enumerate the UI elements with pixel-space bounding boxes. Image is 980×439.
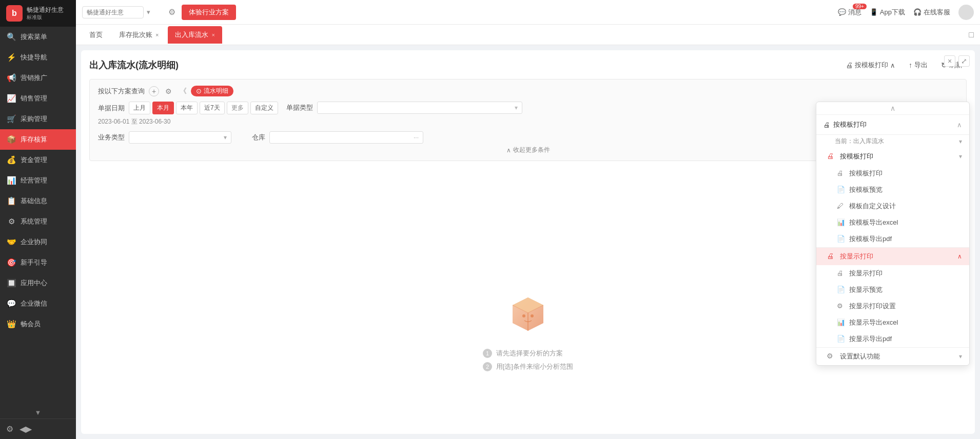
sidebar-item-purchase[interactable]: 🛒 采购管理 — [0, 109, 76, 129]
template-export-excel-item[interactable]: 📊 按模板导出excel — [816, 214, 969, 231]
template-print-section-toggle[interactable]: ▾ — [959, 153, 962, 160]
topbar-messages[interactable]: 💬 消息 99+ — [838, 8, 861, 17]
dropdown-section-template-print: 🖨 按模板打印 ▾ 🖨 按模板打印 📄 按模板预览 🖊 模板自定义设 — [816, 148, 969, 248]
date-btn-7days[interactable]: 近7天 — [200, 102, 225, 114]
tab-home[interactable]: 首页 — [82, 26, 110, 44]
date-btn-this-month[interactable]: 本月 — [152, 102, 174, 114]
sidebar-item-vip[interactable]: 👑 畅会员 — [0, 314, 76, 334]
display-print-section-header[interactable]: 🖨 按显示打印 ∧ — [816, 248, 969, 265]
sidebar-item-basic[interactable]: 📋 基础信息 — [0, 191, 76, 211]
operations-icon: 📊 — [6, 175, 16, 186]
date-btn-more[interactable]: 更多 — [227, 102, 248, 114]
logo-icon: b — [6, 5, 23, 22]
date-range: 2023-06-01 至 2023-06-30 — [98, 117, 278, 126]
tab-batch-account-close[interactable]: × — [155, 32, 159, 38]
tabs-expand-icon[interactable]: □ — [969, 30, 974, 39]
main-area: ▾ ⚙ 体验行业方案 💬 消息 99+ 📱 App下载 🎧 在线客服 — [76, 0, 980, 439]
tabs-bar: 首页 库存批次账 × 出入库流水 × □ — [76, 25, 980, 45]
quick-nav-icon: ⚡ — [6, 52, 16, 63]
dropdown-collapse-arrow[interactable]: ∧ — [957, 121, 962, 129]
sidebar-item-wechat[interactable]: 💬 企业微信 — [0, 293, 76, 314]
business-type-group: 业务类型 ▾ — [98, 131, 231, 144]
template-customize-item[interactable]: 🖊 模板自定义设计 — [816, 198, 969, 214]
dropdown-settings-item[interactable]: ⚙ 设置默认功能 ▾ — [816, 348, 969, 365]
sidebar-item-system[interactable]: ⚙ 系统管理 — [0, 211, 76, 232]
display-print-item[interactable]: 🖨 按显示打印 — [816, 265, 969, 282]
dropdown-current-template[interactable]: 当前：出入库流水 ▾ — [816, 135, 969, 148]
filter-collapse-button[interactable]: 《 — [180, 87, 187, 96]
display-print-settings-item[interactable]: ⚙ 按显示打印设置 — [816, 298, 969, 314]
tab-flow-detail-close[interactable]: × — [211, 32, 214, 38]
dropdown-title: 🖨 按模板打印 — [824, 120, 867, 129]
topbar-avatar[interactable] — [958, 5, 974, 20]
collapse-more-button[interactable]: ∧ 收起更多条件 — [506, 146, 550, 154]
tip1-number: 1 — [483, 349, 492, 358]
display-print-settings-icon: ⚙ — [837, 302, 845, 310]
footer-settings-icon[interactable]: ⚙ — [6, 424, 13, 434]
enterprise-icon: 🤝 — [6, 237, 16, 247]
template-print-section-header[interactable]: 🖨 按模板打印 ▾ — [816, 148, 969, 165]
inventory-icon: 📦 — [6, 134, 16, 145]
svg-point-6 — [531, 314, 534, 317]
tab-batch-account[interactable]: 库存批次账 × — [112, 26, 166, 44]
print-button[interactable]: 🖨 按模板打印 ∧ — [841, 58, 899, 72]
tab-flow-detail[interactable]: 出入库流水 × — [168, 26, 222, 44]
bill-type-arrow-icon: ▾ — [515, 104, 518, 111]
date-btn-last-month[interactable]: 上月 — [129, 102, 150, 114]
sidebar-item-quick-nav[interactable]: ⚡ 快捷导航 — [0, 47, 76, 68]
template-preview-item[interactable]: 📄 按模板预览 — [816, 182, 969, 198]
sidebar-item-finance[interactable]: 💰 资金管理 — [0, 150, 76, 170]
template-export-excel-icon: 📊 — [837, 218, 845, 227]
filter-add-button[interactable]: + — [149, 86, 159, 96]
page-inner: × ⤢ 出入库流水(流水明细) 🖨 按模板打印 ∧ ↑ 导出 — [81, 50, 975, 434]
settings-arrow-icon: ▾ — [959, 353, 962, 360]
template-preview-item-icon: 📄 — [837, 186, 845, 194]
warehouse-group: 仓库 ··· — [252, 131, 423, 144]
logo-text: 畅捷通好生意 标准版 — [27, 6, 64, 22]
sidebar-item-search[interactable]: 🔍 搜索菜单 — [0, 27, 76, 47]
trial-button[interactable]: 体验行业方案 — [182, 5, 236, 20]
footer-collapse-icon[interactable]: ◀▶ — [19, 424, 32, 434]
sidebar-item-inventory[interactable]: 📦 库存核算 — [0, 129, 76, 150]
dropdown-scroll-top[interactable]: ∧ — [816, 102, 969, 115]
warehouse-input[interactable]: ··· — [269, 131, 423, 144]
sidebar-item-marketing[interactable]: 📢 营销推广 — [0, 68, 76, 88]
display-export-excel-item[interactable]: 📊 按显示导出excel — [816, 314, 969, 331]
message-icon: 💬 — [838, 8, 846, 16]
sidebar-item-operations[interactable]: 📊 经营管理 — [0, 170, 76, 191]
template-print-item[interactable]: 🖨 按模板打印 — [816, 165, 969, 182]
brand-search-input[interactable] — [82, 6, 144, 18]
sidebar-item-apps[interactable]: 🔲 应用中心 — [0, 273, 76, 293]
display-print-section-toggle[interactable]: ∧ — [957, 253, 962, 260]
filter-tag[interactable]: ⊙ 流水明细 — [191, 86, 233, 96]
tip2-number: 2 — [483, 362, 492, 371]
win-close-btn[interactable]: × — [944, 55, 955, 67]
bill-type-select[interactable]: ▾ — [317, 102, 522, 114]
warehouse-more-icon[interactable]: ··· — [414, 134, 419, 141]
topbar-app-download[interactable]: 📱 App下载 — [870, 8, 905, 17]
warehouse-label: 仓库 — [252, 133, 265, 142]
sidebar-item-guide[interactable]: 🎯 新手引导 — [0, 252, 76, 273]
win-maximize-btn[interactable]: ⤢ — [958, 55, 970, 67]
export-button[interactable]: ↑ 导出 — [905, 58, 932, 72]
topbar-gear-icon[interactable]: ⚙ — [168, 7, 175, 17]
date-btn-this-year[interactable]: 本年 — [176, 102, 198, 114]
business-type-select[interactable]: ▾ — [129, 131, 231, 144]
dropdown-title-icon: 🖨 — [824, 121, 830, 129]
sidebar-nav: 🔍 搜索菜单 ⚡ 快捷导航 📢 营销推广 📈 销售管理 🛒 采购管理 📦 库存核… — [0, 27, 76, 407]
brand-dropdown-arrow[interactable]: ▾ — [147, 8, 150, 16]
sidebar-item-sales[interactable]: 📈 销售管理 — [0, 88, 76, 109]
display-export-pdf-item[interactable]: 📄 按显示导出pdf — [816, 331, 969, 347]
display-preview-item[interactable]: 📄 按显示预览 — [816, 282, 969, 298]
page-title: 出入库流水(流水明细) — [89, 59, 179, 71]
filter-tag-icon: ⊙ — [196, 87, 202, 95]
topbar-online-service[interactable]: 🎧 在线客服 — [913, 8, 950, 17]
template-export-pdf-item[interactable]: 📄 按模板导出pdf — [816, 231, 969, 247]
dropdown-panel-header: 🖨 按模板打印 ∧ — [816, 115, 969, 135]
basic-icon: 📋 — [6, 196, 16, 206]
sidebar-scroll-down[interactable]: ▼ — [0, 407, 76, 418]
current-template-arrow: ▾ — [959, 138, 962, 145]
filter-settings-button[interactable]: ⚙ — [163, 86, 173, 96]
sidebar-item-enterprise[interactable]: 🤝 企业协同 — [0, 232, 76, 252]
date-btn-custom[interactable]: 自定义 — [250, 102, 278, 114]
